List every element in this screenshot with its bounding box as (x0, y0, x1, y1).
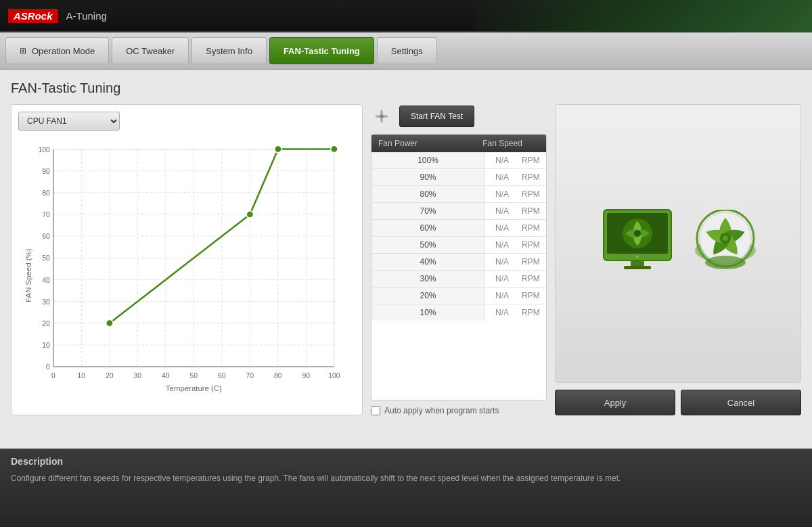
fan-speed-chart: FAN Speed (%) (18, 136, 355, 408)
fan-na-cell: N/A (485, 220, 519, 236)
fan-na-cell: N/A (485, 186, 519, 202)
fan-power-cell: 20% (371, 288, 485, 304)
svg-text:60: 60 (42, 233, 50, 240)
svg-text:10: 10 (78, 372, 86, 380)
fan-illustration (583, 189, 773, 298)
svg-point-65 (705, 256, 746, 269)
description-bar: Description Configure different fan spee… (0, 449, 812, 527)
svg-text:90: 90 (42, 168, 50, 175)
tab-fan-tastic[interactable]: FAN-Tastic Tuning (269, 37, 374, 64)
tab-system-info[interactable]: System Info (191, 37, 267, 64)
middle-panel: Start FAN Test Fan Power Fan Speed 100% … (371, 104, 547, 415)
tab-oc-tweaker[interactable]: OC Tweaker (112, 37, 189, 64)
svg-text:20: 20 (106, 372, 114, 380)
svg-text:50: 50 (42, 254, 50, 262)
svg-text:10: 10 (42, 342, 50, 349)
auto-apply-checkbox[interactable] (371, 406, 380, 415)
cancel-button[interactable]: Cancel (681, 390, 801, 415)
svg-point-64 (723, 235, 728, 241)
svg-text:30: 30 (42, 298, 50, 306)
svg-text:0: 0 (46, 363, 50, 371)
svg-text:60: 60 (218, 372, 226, 380)
fan-rpm-cell: RPM (519, 152, 546, 168)
fan-na-cell: N/A (485, 203, 519, 219)
fan-table-row: 20% N/A RPM (371, 288, 546, 304)
svg-point-56 (634, 230, 641, 237)
fan-na-cell: N/A (485, 169, 519, 185)
svg-point-52 (380, 114, 384, 118)
tab-operation-mode[interactable]: ⊞ Operation Mode (5, 37, 109, 64)
svg-text:80: 80 (42, 189, 50, 197)
fan-table-header: Fan Power Fan Speed (371, 135, 546, 152)
fan-na-cell: N/A (485, 288, 519, 304)
fan-table-row: 40% N/A RPM (371, 254, 546, 271)
svg-text:90: 90 (302, 372, 311, 380)
svg-text:100: 100 (38, 146, 50, 154)
minimize-button[interactable]: — (763, 6, 782, 25)
fan-select-dropdown[interactable]: CPU FAN1 CPU FAN2 CHA FAN1 CHA FAN2 (18, 112, 120, 131)
fan-power-cell: 50% (371, 237, 485, 253)
titlebar: ASRock A-Tuning — ✕ (0, 0, 812, 32)
fan-spin-icon (371, 106, 392, 127)
svg-text:Temperature (C): Temperature (C) (166, 384, 222, 392)
fan-table-row: 90% N/A RPM (371, 169, 546, 186)
svg-point-59 (636, 256, 639, 258)
fan-na-cell: N/A (485, 271, 519, 287)
fan-rpm-cell: RPM (519, 254, 546, 270)
fan-power-cell: 70% (371, 203, 485, 219)
fan-power-cell: 10% (371, 304, 485, 321)
fan-table-row: 80% N/A RPM (371, 186, 546, 203)
tab-settings[interactable]: Settings (377, 37, 437, 64)
svg-text:70: 70 (42, 211, 50, 219)
page-title: FAN-Tastic Tuning (11, 81, 801, 96)
fan-rpm-cell: RPM (519, 304, 546, 321)
grid-icon: ⊞ (20, 46, 26, 55)
fan-na-cell: N/A (485, 254, 519, 270)
svg-rect-58 (624, 266, 651, 269)
fan-rpm-cell: RPM (519, 288, 546, 304)
fan-speed-header: Fan Speed (459, 135, 546, 152)
svg-text:50: 50 (190, 372, 198, 380)
monitor-svg (597, 203, 678, 284)
svg-point-51 (331, 145, 338, 152)
fan-power-cell: 30% (371, 271, 485, 287)
svg-text:70: 70 (246, 372, 254, 380)
main-content: FAN-Tastic Tuning CPU FAN1 CPU FAN2 CHA … (0, 70, 812, 449)
close-button[interactable]: ✕ (785, 6, 804, 25)
fan-power-cell: 60% (371, 220, 485, 236)
svg-text:30: 30 (134, 372, 142, 380)
auto-apply-row: Auto apply when program starts (371, 406, 547, 415)
fan-rpm-cell: RPM (519, 203, 546, 219)
fan-table-row: 30% N/A RPM (371, 271, 546, 288)
asrock-logo: ASRock (8, 9, 58, 23)
chart-svg: FAN Speed (%) (18, 136, 355, 408)
description-title: Description (11, 456, 801, 467)
svg-point-49 (246, 211, 253, 218)
svg-text:40: 40 (162, 372, 170, 380)
fan-power-cell: 100% (371, 152, 485, 168)
fan-table-row: 50% N/A RPM (371, 237, 546, 254)
fan-selector: CPU FAN1 CPU FAN2 CHA FAN1 CHA FAN2 (18, 112, 355, 131)
apply-button[interactable]: Apply (555, 390, 675, 415)
fan-rpm-cell: RPM (519, 271, 546, 287)
fan-power-cell: 40% (371, 254, 485, 270)
cooling-fan-svg (692, 210, 759, 277)
fan-rpm-cell: RPM (519, 220, 546, 236)
fan-illustration-panel (555, 104, 801, 383)
start-fan-test-button[interactable]: Start FAN Test (399, 106, 474, 127)
svg-text:40: 40 (42, 277, 50, 284)
chart-panel: CPU FAN1 CPU FAN2 CHA FAN1 CHA FAN2 FAN … (11, 104, 363, 415)
svg-point-50 (275, 145, 281, 152)
svg-text:FAN Speed (%): FAN Speed (%) (24, 248, 32, 302)
svg-rect-57 (631, 260, 644, 266)
fan-table-row: 10% N/A RPM (371, 304, 546, 321)
fan-rpm-cell: RPM (519, 186, 546, 202)
fan-speed-table: Fan Power Fan Speed 100% N/A RPM 90% N/A… (371, 134, 547, 400)
fan-table-row: 60% N/A RPM (371, 220, 546, 237)
fan-table-body: 100% N/A RPM 90% N/A RPM 80% N/A RPM 70%… (371, 152, 546, 321)
fan-power-cell: 80% (371, 186, 485, 202)
action-buttons: Apply Cancel (555, 390, 801, 415)
svg-point-48 (106, 320, 113, 327)
fan-rpm-cell: RPM (519, 237, 546, 253)
fan-table-row: 70% N/A RPM (371, 203, 546, 220)
